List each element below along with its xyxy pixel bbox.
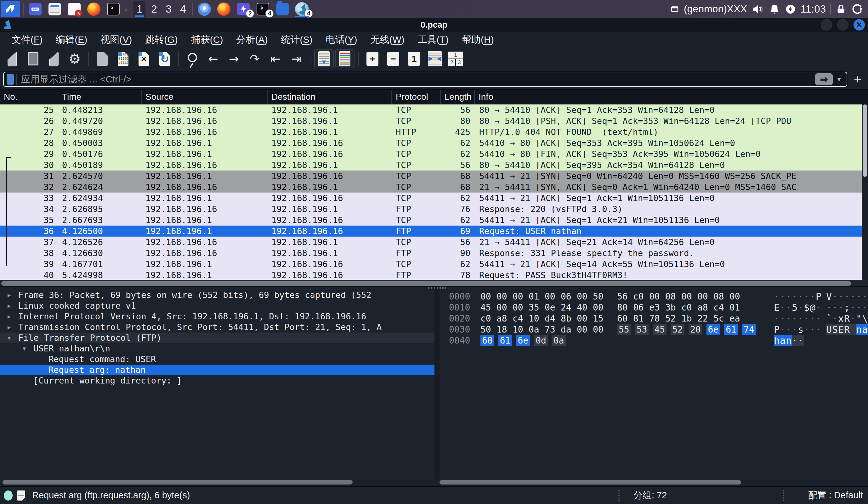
detail-row-7[interactable]: Request arg: nathan [0,365,434,375]
column-header-time[interactable]: Time [58,90,142,104]
tree-expanded-icon[interactable]: ▼ [4,333,14,343]
hex-row-0040[interactable]: 004068616e0d0ahan·· [440,335,868,346]
packet-row-32[interactable]: 322.624624192.168.196.16192.168.196.1TCP… [0,181,868,192]
restart-capture-button[interactable] [44,49,64,68]
hex-row-0000[interactable]: 0000000000010006005056c0000800000800····… [440,291,868,302]
profile-status[interactable]: 配置 : Default [808,489,863,502]
maximize-button[interactable] [837,19,848,31]
notification-bell-icon[interactable] [768,3,781,15]
hex-row-0020[interactable]: 0020c0a8c410d48b0015608178521b225cea····… [440,313,868,324]
packet-row-29[interactable]: 290.450176192.168.196.1192.168.196.16TCP… [0,148,868,159]
apply-filter-button[interactable]: ➡ [815,73,833,85]
packet-row-28[interactable]: 280.450003192.168.196.1192.168.196.16TCP… [0,137,868,148]
workspace-4[interactable]: 4 [177,1,189,17]
layout-button[interactable]: 123 [446,49,465,68]
go-forward-button[interactable]: → [224,49,244,68]
packet-row-35[interactable]: 352.667693192.168.196.1192.168.196.16TCP… [0,214,868,225]
zoom-in-button[interactable]: + [363,49,382,68]
go-first-packet-button[interactable]: ⇤ [266,49,285,68]
menu-f[interactable]: 文件(F) [5,32,49,48]
document-edit-button[interactable] [65,1,83,17]
hex-row-0030[interactable]: 00305018100a73da000055534552206e6174P···… [440,324,868,335]
workspace-3[interactable]: 3 [163,1,174,17]
packet-row-31[interactable]: 312.624570192.168.196.1192.168.196.16TCP… [0,170,868,181]
capture-options-button[interactable]: ⚙ [65,49,84,68]
detail-row-3[interactable]: ▶Transmission Control Protocol, Src Port… [0,322,434,333]
packet-list-vertical-scrollbar[interactable] [862,104,868,281]
menu-s[interactable]: 统计(S) [274,32,319,48]
zoom-out-button[interactable]: − [383,49,403,68]
start-capture-button[interactable] [2,49,22,68]
taskbar-app-files[interactable] [273,1,291,17]
column-header-length[interactable]: Length [441,90,475,104]
packet-row-25[interactable]: 250.448213192.168.196.16192.168.196.1TCP… [0,104,868,115]
packet-row-27[interactable]: 270.449869192.168.196.16192.168.196.1HTT… [0,126,868,137]
menu-h[interactable]: 帮助(H) [455,32,500,48]
packet-row-26[interactable]: 260.449720192.168.196.16192.168.196.1TCP… [0,115,868,126]
colorize-button[interactable] [335,49,354,68]
power-manager-icon[interactable] [785,3,796,15]
close-file-button[interactable]: × [134,49,154,68]
packet-row-30[interactable]: 300.450189192.168.196.16192.168.196.1TCP… [0,159,868,170]
packet-list-horizontal-scrollbar[interactable] [0,280,868,287]
detail-row-5[interactable]: ▼USER nathan\r\n [0,343,434,354]
tree-collapsed-icon[interactable]: ▶ [4,311,14,322]
firefox-button[interactable] [85,1,103,17]
tree-collapsed-icon[interactable]: ▶ [4,301,14,311]
taskbar-app-firefox[interactable] [215,1,232,17]
taskbar-app-terminal[interactable]: $_ 4 [254,1,272,17]
menu-t[interactable]: 工具(T) [411,32,455,48]
resize-columns-button[interactable] [425,49,445,68]
menu-g[interactable]: 跳转(G) [138,32,184,48]
expert-info-icon[interactable] [4,491,13,501]
logout-icon[interactable] [851,3,864,15]
capture-comment-icon[interactable] [17,491,25,501]
menu-a[interactable]: 分析(A) [229,32,274,48]
packet-row-34[interactable]: 342.626895192.168.196.16192.168.196.1FTP… [0,203,868,214]
menu-c[interactable]: 捕获(C) [185,32,230,48]
workspace-1[interactable]: 1 [134,1,145,17]
taskbar-app-power[interactable]: 2 [235,1,252,17]
auto-scroll-button[interactable]: ▼ [314,49,334,68]
close-button[interactable]: ✕ [854,19,865,31]
packet-row-39[interactable]: 394.167701192.168.196.1192.168.196.16TCP… [0,259,868,270]
column-header-no[interactable]: No. [0,90,58,104]
stop-capture-button[interactable] [23,49,43,68]
zoom-original-button[interactable]: 1 [404,49,424,68]
packet-row-33[interactable]: 332.624934192.168.196.1192.168.196.16TCP… [0,192,868,203]
bookmark-icon[interactable] [7,74,14,85]
display-filter-input[interactable]: 应用显示过滤器 ... <Ctrl-/> ➡ ▼ [3,72,847,87]
packet-row-37[interactable]: 374.126526192.168.196.16192.168.196.1TCP… [0,237,868,248]
filter-dropdown-caret-icon[interactable]: ▼ [836,76,842,83]
add-filter-button[interactable]: + [850,72,865,87]
file-manager-button[interactable]: ••• [27,1,44,17]
workspace-2[interactable]: 2 [148,1,160,17]
bytes-horizontal-scrollbar[interactable] [440,480,741,484]
open-file-button[interactable] [93,49,112,68]
menu-y[interactable]: 电话(Y) [319,32,364,48]
packet-row-36[interactable]: 364.126500192.168.196.1192.168.196.16FTP… [0,225,868,237]
packet-row-38[interactable]: 384.126630192.168.196.16192.168.196.1FTP… [0,248,868,259]
titlebar[interactable]: 0.pcap ✕ [0,18,868,32]
detail-row-8[interactable]: [Current working directory: ] [0,375,434,386]
save-file-button[interactable]: 01010 01101 01110 [113,49,133,68]
column-header-source[interactable]: Source [142,90,268,104]
find-packet-button[interactable] [183,49,202,68]
packet-row-40[interactable]: 405.424998192.168.196.1192.168.196.16FTP… [0,270,868,281]
terminal-button[interactable]: $_ [104,1,122,17]
taskbar-app-chromium[interactable] [196,1,213,17]
minimize-button[interactable] [821,19,832,31]
detail-row-0[interactable]: ▶Frame 36: Packet, 69 bytes on wire (552… [0,290,434,301]
reload-file-button[interactable]: ↻ [155,49,174,68]
taskbar-app-wireshark[interactable]: 4 [293,1,311,17]
tree-collapsed-icon[interactable]: ▶ [4,322,14,333]
genmon-window-icon[interactable] [670,4,679,14]
menu-w[interactable]: 无线(W) [364,32,411,48]
detail-row-1[interactable]: ▶Linux cooked capture v1 [0,301,434,311]
volume-icon[interactable] [752,3,764,15]
column-header-info[interactable]: Info [475,90,868,104]
tree-expanded-icon[interactable]: ▼ [20,343,29,354]
go-back-button[interactable]: ← [203,49,223,68]
folder-button[interactable] [46,1,64,17]
detail-row-2[interactable]: ▶Internet Protocol Version 4, Src: 192.1… [0,311,434,322]
